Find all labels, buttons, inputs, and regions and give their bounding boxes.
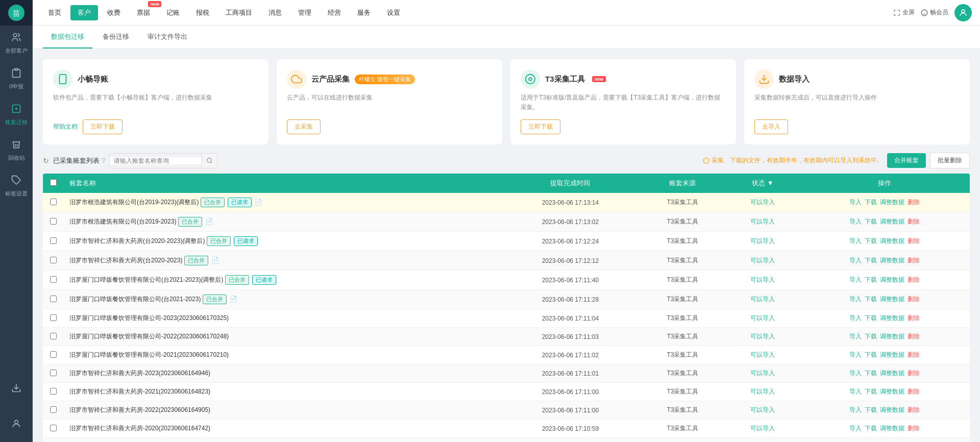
action-调整数据[interactable]: 调整数据 [880,425,904,432]
action-导入[interactable]: 导入 [849,257,862,264]
nav-tax[interactable]: 报税 [189,5,216,20]
select-all-checkbox[interactable] [50,179,57,186]
nav-operation[interactable]: 经营 [321,5,348,20]
sidebar-item-tag-settings[interactable]: 标签设置 [0,168,33,204]
fullscreen-button[interactable]: 全屏 [893,8,915,17]
action-调整数据[interactable]: 调整数据 [880,333,904,340]
row-checkbox[interactable] [50,370,57,376]
action-下载[interactable]: 下载 [865,351,877,358]
action-下载[interactable]: 下载 [865,388,877,395]
row-checkbox[interactable] [50,388,57,395]
nav-message[interactable]: 消息 [261,5,289,20]
action-删除[interactable]: 删除 [908,314,920,322]
merge-accounts-button[interactable]: 合并账套 [887,153,926,168]
action-导入[interactable]: 导入 [849,425,862,432]
action-下载[interactable]: 下载 [865,406,877,413]
action-导入[interactable]: 导入 [849,314,862,322]
download-t3-button[interactable]: 立即下载 [521,119,560,134]
sidebar-item-all-customers[interactable]: 全部客户 [0,26,33,61]
sidebar-item-recycle[interactable]: 回收站 [0,133,33,168]
action-导入[interactable]: 导入 [849,218,862,225]
action-调整数据[interactable]: 调整数据 [880,218,904,225]
file-icon[interactable]: 📄 [211,257,219,264]
action-下载[interactable]: 下载 [865,314,877,322]
action-导入[interactable]: 导入 [849,370,862,377]
file-icon[interactable]: 📄 [255,199,262,206]
action-删除[interactable]: 删除 [908,333,920,340]
action-下载[interactable]: 下载 [865,296,877,303]
sidebar-item-profile[interactable] [0,406,33,442]
action-调整数据[interactable]: 调整数据 [880,199,904,206]
action-下载[interactable]: 下载 [865,257,877,264]
action-下载[interactable]: 下载 [865,199,877,206]
action-下载[interactable]: 下载 [865,218,877,225]
nav-management[interactable]: 管理 [291,5,318,20]
search-button[interactable] [202,153,217,168]
download-now-button[interactable]: 立即下载 [83,119,122,134]
action-调整数据[interactable]: 调整数据 [880,237,904,244]
action-删除[interactable]: 删除 [908,199,920,206]
action-导入[interactable]: 导入 [849,199,862,206]
action-删除[interactable]: 删除 [908,276,920,283]
nav-invoice[interactable]: 票据 new [130,5,157,20]
row-checkbox[interactable] [50,296,57,302]
tab-data-migration[interactable]: 数据包迁移 [43,26,92,48]
file-icon[interactable]: 📄 [205,218,213,225]
action-调整数据[interactable]: 调整数据 [880,314,904,322]
nav-home[interactable]: 首页 [41,5,68,20]
action-删除[interactable]: 删除 [908,257,920,264]
action-删除[interactable]: 删除 [908,425,920,432]
action-删除[interactable]: 删除 [908,296,920,303]
tab-audit-export[interactable]: 审计文件导出 [139,26,195,48]
action-调整数据[interactable]: 调整数据 [880,370,904,377]
batch-delete-button[interactable]: 批量删除 [930,153,970,168]
help-doc-link[interactable]: 帮助文档 [53,122,78,131]
sidebar-item-account-migration[interactable]: 账套迁移 [0,97,33,133]
search-input[interactable] [110,157,202,164]
action-导入[interactable]: 导入 [849,237,862,244]
nav-customer[interactable]: 客户 [70,5,98,20]
go-import-button[interactable]: 去导入 [754,119,788,134]
go-collect-button[interactable]: 去采集 [287,119,321,134]
action-调整数据[interactable]: 调整数据 [880,351,904,358]
action-调整数据[interactable]: 调整数据 [880,257,904,264]
row-checkbox[interactable] [50,351,57,358]
row-checkbox[interactable] [50,425,57,431]
action-删除[interactable]: 删除 [908,218,920,225]
user-avatar[interactable] [954,4,972,21]
app-logo[interactable]: 苗 [0,0,33,26]
vip-button[interactable]: 畅会员 [921,8,948,17]
action-删除[interactable]: 删除 [908,237,920,244]
nav-billing[interactable]: 收费 [100,5,128,20]
action-下载[interactable]: 下载 [865,276,877,283]
nav-service[interactable]: 服务 [350,5,378,20]
tab-backup-migration[interactable]: 备份迁移 [94,26,137,48]
action-导入[interactable]: 导入 [849,406,862,413]
row-checkbox[interactable] [50,237,57,244]
action-导入[interactable]: 导入 [849,351,862,358]
row-checkbox[interactable] [50,199,57,205]
action-删除[interactable]: 删除 [908,406,920,413]
action-删除[interactable]: 删除 [908,370,920,377]
action-下载[interactable]: 下载 [865,370,877,377]
action-删除[interactable]: 删除 [908,388,920,395]
nav-business[interactable]: 工商项目 [218,5,259,20]
row-checkbox[interactable] [50,276,57,283]
sidebar-item-download[interactable] [0,371,33,406]
action-删除[interactable]: 删除 [908,351,920,358]
row-checkbox[interactable] [50,257,57,263]
row-checkbox[interactable] [50,218,57,225]
action-调整数据[interactable]: 调整数据 [880,406,904,413]
action-导入[interactable]: 导入 [849,276,862,283]
action-下载[interactable]: 下载 [865,425,877,432]
action-导入[interactable]: 导入 [849,388,862,395]
action-导入[interactable]: 导入 [849,333,862,340]
action-调整数据[interactable]: 调整数据 [880,276,904,283]
help-icon[interactable]: ? [102,157,105,164]
sidebar-item-zero-report[interactable]: 0申报 [0,61,33,97]
action-下载[interactable]: 下载 [865,333,877,340]
row-checkbox[interactable] [50,314,57,321]
file-icon[interactable]: 📄 [230,296,237,303]
nav-bookkeeping[interactable]: 记账 [159,5,187,20]
refresh-icon[interactable]: ↻ [43,157,49,165]
